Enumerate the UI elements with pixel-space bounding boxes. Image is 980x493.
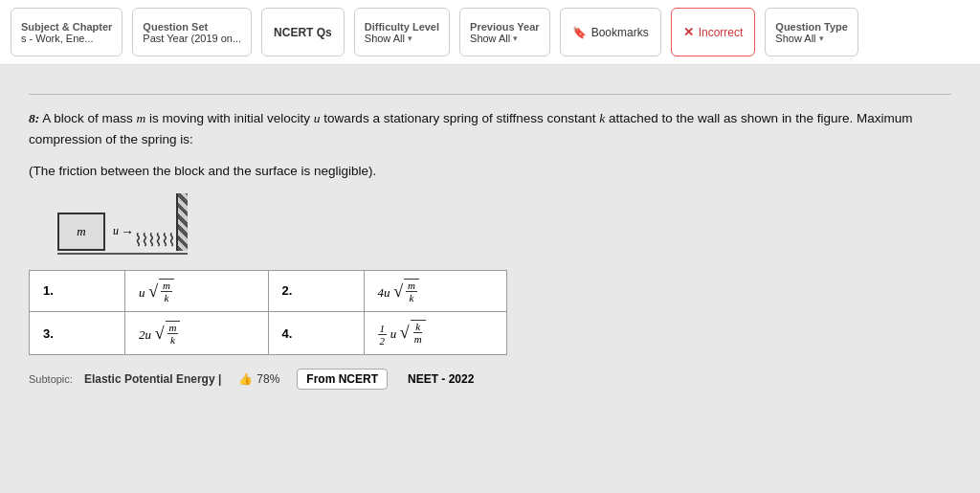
options-table: 1. u √ m k 2. 4u √	[29, 270, 507, 355]
question-set-label: Question Set	[143, 21, 241, 33]
arrow-right-icon: →	[121, 224, 134, 239]
subject-chapter-filter[interactable]: Subject & Chapter s - Work, Ene...	[11, 8, 122, 56]
bookmarks-label: Bookmarks	[591, 26, 649, 39]
mass-var: m	[137, 111, 146, 125]
percentage-value: 78%	[256, 372, 279, 386]
option-3-num: 3.	[30, 311, 125, 354]
block-figure: m	[57, 213, 105, 251]
question-type-chevron-icon: ▾	[819, 34, 824, 43]
velocity-label: u	[113, 224, 119, 238]
question-type-filter[interactable]: Question Type Show All ▾	[765, 8, 858, 56]
difficulty-level-filter[interactable]: Difficulty Level Show All ▾	[354, 8, 450, 56]
bookmark-icon: 🔖	[572, 26, 587, 39]
incorrect-x-icon: ✕	[683, 25, 694, 39]
subject-chapter-label: Subject & Chapter	[21, 21, 112, 33]
question-type-label: Question Type	[775, 21, 848, 33]
velocity-var: u	[314, 111, 321, 125]
incorrect-label: Incorrect	[699, 26, 744, 39]
velocity-arrow: u →	[113, 224, 134, 239]
question-type-value: Show All ▾	[775, 33, 848, 44]
option-row-1[interactable]: 1. u √ m k 2. 4u √	[30, 270, 507, 311]
from-ncert-label: From NCERT	[306, 372, 378, 386]
wall-figure	[176, 193, 188, 251]
filter-bar: Subject & Chapter s - Work, Ene... Quest…	[0, 0, 980, 65]
spring-coil-icon: ⌇⌇⌇⌇⌇⌇	[134, 230, 174, 251]
exam-badge: NEET - 2022	[399, 370, 482, 389]
incorrect-button[interactable]: ✕ Incorrect	[671, 8, 756, 56]
difficulty-chevron-icon: ▾	[408, 34, 412, 43]
spring-figure: ⌇⌇⌇⌇⌇⌇	[134, 230, 174, 251]
ncert-qs-button[interactable]: NCERT Qs	[261, 8, 345, 56]
friction-note: (The friction between the block and the …	[29, 161, 951, 182]
stiffness-var: k	[599, 111, 605, 125]
subtopic-value: Elastic Potential Energy |	[84, 372, 221, 386]
previous-year-value: Show All ▾	[470, 33, 540, 44]
option-4-num: 4.	[268, 311, 364, 354]
ncert-qs-label: NCERT Qs	[274, 26, 332, 39]
option-1-expr: u √ m k	[125, 270, 269, 311]
separator	[29, 94, 951, 95]
bottom-bar: Subtopic: Elastic Potential Energy | 👍 7…	[29, 369, 951, 390]
previous-year-filter[interactable]: Previous Year Show All ▾	[459, 8, 550, 56]
main-content: 8: A block of mass m is moving with init…	[0, 65, 980, 493]
thumbs-up-button[interactable]: 👍 78%	[233, 370, 285, 389]
option-2-num: 2.	[268, 270, 364, 311]
from-ncert-badge[interactable]: From NCERT	[297, 369, 388, 390]
question-set-value: Past Year (2019 on...	[143, 33, 241, 44]
block-label: m	[77, 224, 85, 239]
previous-year-chevron-icon: ▾	[513, 34, 518, 43]
subtopic-prefix: Subtopic:	[29, 373, 73, 385]
figure-container: m u → ⌇⌇⌇⌇⌇⌇	[57, 193, 951, 255]
question-text: 8: A block of mass m is moving with init…	[29, 108, 951, 149]
difficulty-value: Show All ▾	[365, 33, 439, 44]
question-number: 8:	[29, 111, 39, 125]
bookmarks-button[interactable]: 🔖 Bookmarks	[560, 8, 661, 56]
previous-year-label: Previous Year	[470, 21, 540, 33]
thumbs-up-icon: 👍	[238, 372, 253, 386]
option-1-num: 1.	[30, 270, 125, 311]
option-2-expr: 4u √ m k	[364, 270, 507, 311]
exam-label: NEET - 2022	[408, 372, 474, 386]
difficulty-label: Difficulty Level	[365, 21, 439, 33]
option-row-2[interactable]: 3. 2u √ m k 4. 1 2	[30, 311, 507, 354]
subject-chapter-value: s - Work, Ene...	[21, 33, 112, 44]
option-3-expr: 2u √ m k	[125, 311, 269, 354]
question-set-filter[interactable]: Question Set Past Year (2019 on...	[132, 8, 252, 56]
option-4-expr: 1 2 u √ k m	[364, 311, 507, 354]
